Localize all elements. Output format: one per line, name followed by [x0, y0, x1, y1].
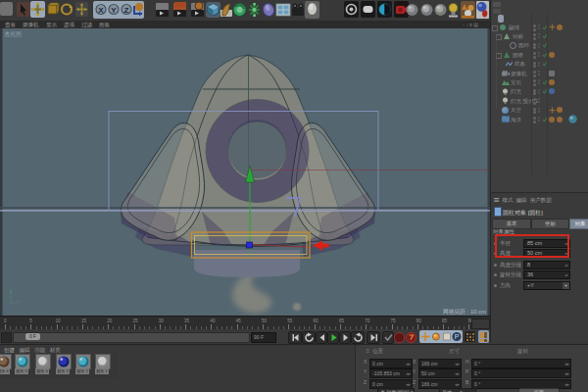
svg-text:透视图: 透视图 [4, 30, 22, 38]
svg-text:网格间距 : 10 cm: 网格间距 : 10 cm [443, 308, 486, 316]
svg-text:P: P [455, 333, 460, 340]
